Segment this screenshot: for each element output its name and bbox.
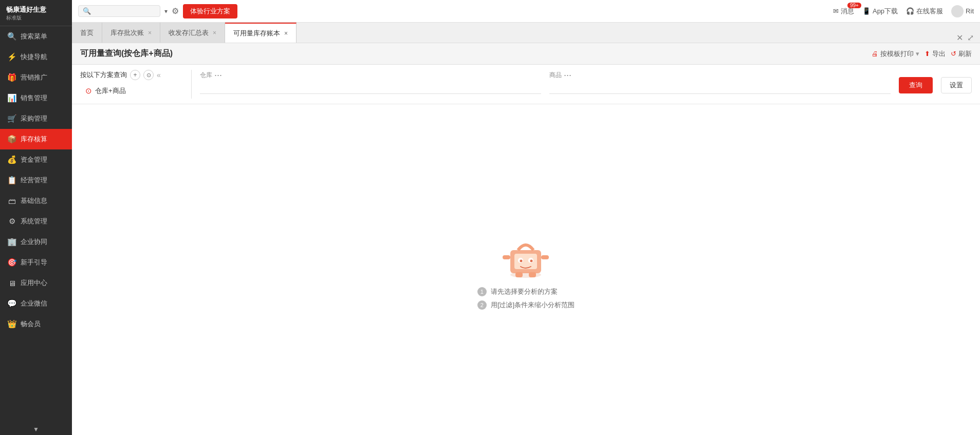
sidebar-item-inventory[interactable]: 📦 库存核算 bbox=[0, 129, 72, 149]
service-label: 在线客服 bbox=[916, 7, 943, 16]
collapse-filter-btn[interactable]: « bbox=[157, 71, 161, 79]
sidebar-item-label: 营销推广 bbox=[21, 73, 47, 82]
tab-stocksummary[interactable]: 收发存汇总表 × bbox=[160, 23, 225, 43]
warehouse-field: 仓库 ··· bbox=[200, 70, 541, 94]
tip-num-2: 2 bbox=[477, 300, 487, 310]
tab-home[interactable]: 首页 bbox=[72, 23, 102, 43]
sidebar-item-search[interactable]: 🔍 搜索菜单 bbox=[0, 26, 72, 47]
svg-rect-8 bbox=[541, 255, 549, 259]
search-icon: 🔍 bbox=[7, 32, 16, 41]
sidebar-item-appstore[interactable]: 🖥 应用中心 bbox=[0, 273, 72, 293]
sidebar-item-label: 企业微信 bbox=[21, 299, 47, 308]
product-input[interactable] bbox=[549, 83, 891, 94]
sidebar-item-wechat[interactable]: 💬 企业微信 bbox=[0, 293, 72, 314]
tabs-bar: 首页 库存批次账 × 收发存汇总表 × 可用量库存账本 × ✕ ⤢ bbox=[72, 23, 980, 43]
sidebar-logo: 畅康通好生意 标准版 bbox=[0, 0, 72, 26]
tip-text-2: 用[过滤]条件来缩小分析范围 bbox=[491, 300, 575, 310]
service-btn[interactable]: 🎧 在线客服 bbox=[906, 7, 943, 16]
message-icon: ✉ bbox=[833, 7, 839, 15]
user-name: Rit bbox=[966, 7, 974, 15]
tab-home-label: 首页 bbox=[80, 28, 94, 37]
chart-icon: 📊 bbox=[7, 93, 16, 103]
sidebar-item-label: 新手引导 bbox=[21, 258, 47, 267]
sidebar-item-basic[interactable]: 🗃 基础信息 bbox=[0, 191, 72, 211]
content-area: 1 请先选择要分析的方案 2 用[过滤]条件来缩小分析范围 bbox=[72, 104, 980, 435]
message-badge: 99+ bbox=[847, 3, 861, 8]
tab-batch[interactable]: 库存批次账 × bbox=[102, 23, 160, 43]
gear-icon[interactable]: ⚙ bbox=[172, 6, 179, 16]
app-label: App下载 bbox=[873, 7, 898, 16]
export-label: 导出 bbox=[932, 49, 946, 59]
sidebar-item-operation[interactable]: 📋 经营管理 bbox=[0, 170, 72, 191]
tab-batch-close[interactable]: × bbox=[148, 29, 152, 36]
filter-divider bbox=[191, 70, 192, 99]
sidebar-item-corp[interactable]: 🏢 企业协同 bbox=[0, 232, 72, 252]
tab-available[interactable]: 可用量库存账本 × bbox=[225, 23, 297, 43]
tab-batch-label: 库存批次账 bbox=[110, 28, 144, 37]
sidebar-item-label: 基础信息 bbox=[21, 196, 47, 205]
sidebar-item-label: 销售管理 bbox=[21, 93, 47, 103]
sidebar-item-shortcut[interactable]: ⚡ 快捷导航 bbox=[0, 47, 72, 67]
sidebar-item-label: 库存核算 bbox=[21, 135, 47, 144]
sidebar-item-label: 资金管理 bbox=[21, 155, 47, 164]
sidebar-scroll-down[interactable]: ▼ bbox=[0, 424, 72, 435]
money-icon: 💰 bbox=[7, 155, 16, 164]
page-header: 可用量查询(按仓库+商品) 🖨 按模板打印 ▾ ⬆ 导出 ↺ 刷新 bbox=[72, 43, 980, 65]
database-icon: 🗃 bbox=[7, 197, 16, 205]
filter-label-text: 按以下方案查询 bbox=[80, 70, 127, 80]
sidebar-item-label: 企业协同 bbox=[21, 237, 47, 247]
svg-point-5 bbox=[520, 260, 523, 262]
print-btn[interactable]: 🖨 按模板打印 ▾ bbox=[872, 49, 919, 59]
tab-available-close[interactable]: × bbox=[284, 30, 288, 37]
sidebar-item-label: 畅会员 bbox=[21, 319, 41, 329]
product-more-btn[interactable]: ··· bbox=[564, 70, 571, 81]
sidebar-item-marketing[interactable]: 🎁 营销推广 bbox=[0, 67, 72, 88]
product-label: 商品 bbox=[549, 71, 562, 80]
add-scheme-btn[interactable]: + bbox=[130, 70, 140, 80]
edit-scheme-btn[interactable]: ⊙ bbox=[143, 70, 154, 80]
logo-title: 畅康通好生意 bbox=[6, 5, 66, 14]
user-menu[interactable]: Rit bbox=[951, 5, 974, 17]
scheme-icon: ⊙ bbox=[85, 86, 92, 96]
sidebar-item-label: 快捷导航 bbox=[21, 52, 47, 62]
filter-left: 按以下方案查询 + ⊙ « ⊙ 仓库+商品 bbox=[80, 70, 183, 99]
export-btn[interactable]: ⬆ 导出 bbox=[924, 49, 946, 59]
svg-rect-2 bbox=[514, 254, 537, 269]
print-label: 按模板打印 bbox=[880, 49, 914, 59]
sidebar-item-sales[interactable]: 📊 销售管理 bbox=[0, 88, 72, 108]
gear-icon: ⚙ bbox=[7, 217, 16, 226]
tabs-expand-icon[interactable]: ⤢ bbox=[967, 33, 974, 43]
sidebar-item-member[interactable]: 👑 畅会员 bbox=[0, 314, 72, 334]
sidebar-item-purchase[interactable]: 🛒 采购管理 bbox=[0, 108, 72, 129]
shortcut-icon: ⚡ bbox=[7, 52, 16, 62]
settings-btn[interactable]: 设置 bbox=[941, 77, 972, 93]
query-btn[interactable]: 查询 bbox=[899, 77, 933, 93]
message-btn[interactable]: ✉ 消息 99+ bbox=[833, 7, 854, 16]
industry-btn[interactable]: 体验行业方案 bbox=[183, 4, 237, 18]
filter-scheme-item[interactable]: ⊙ 仓库+商品 bbox=[80, 83, 183, 99]
svg-point-6 bbox=[530, 260, 533, 262]
warehouse-label: 仓库 bbox=[200, 71, 212, 80]
search-input[interactable] bbox=[93, 8, 155, 15]
topbar: 🔍 ▾ ⚙ 体验行业方案 ✉ 消息 99+ 📱 App下载 🎧 在线客服 Rit bbox=[72, 0, 980, 23]
page-title: 可用量查询(按仓库+商品) bbox=[80, 48, 173, 59]
sidebar-item-system[interactable]: ⚙ 系统管理 bbox=[0, 211, 72, 232]
page-actions: 🖨 按模板打印 ▾ ⬆ 导出 ↺ 刷新 bbox=[872, 49, 972, 59]
app-download-btn[interactable]: 📱 App下载 bbox=[862, 7, 898, 16]
sidebar-item-label: 应用中心 bbox=[21, 278, 47, 288]
dropdown-arrow[interactable]: ▾ bbox=[164, 8, 168, 15]
sidebar: 畅康通好生意 标准版 🔍 搜索菜单 ⚡ 快捷导航 🎁 营销推广 📊 销售管理 🛒… bbox=[0, 0, 72, 435]
warehouse-more-btn[interactable]: ··· bbox=[214, 70, 222, 81]
refresh-btn[interactable]: ↺ 刷新 bbox=[951, 49, 972, 59]
print-dropdown[interactable]: ▾ bbox=[916, 50, 919, 58]
cart-icon: 🛒 bbox=[7, 114, 16, 123]
tabs-close-all-icon[interactable]: ✕ bbox=[956, 33, 963, 43]
sidebar-item-finance[interactable]: 💰 资金管理 bbox=[0, 149, 72, 170]
warehouse-input[interactable] bbox=[200, 83, 541, 94]
tab-stocksummary-label: 收发存汇总表 bbox=[169, 28, 209, 37]
svg-rect-9 bbox=[515, 272, 523, 277]
target-icon: 🎯 bbox=[7, 258, 16, 267]
tab-stocksummary-close[interactable]: × bbox=[213, 29, 216, 36]
scheme-label: 仓库+商品 bbox=[95, 86, 126, 96]
sidebar-item-newbie[interactable]: 🎯 新手引导 bbox=[0, 252, 72, 273]
